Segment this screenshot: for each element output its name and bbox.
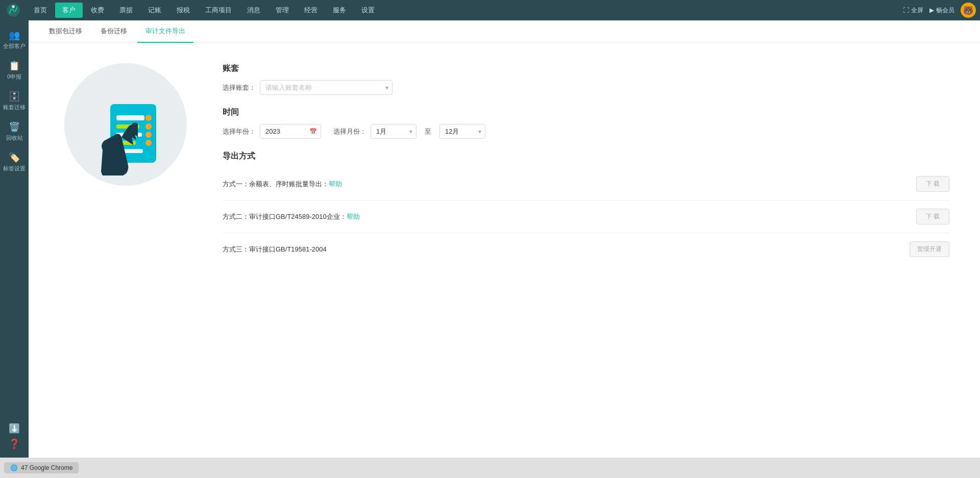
time-form-row: 选择年份： 选择月份： 1月 2月 3月 4月 5月	[223, 124, 949, 139]
sidebar: 👥 全部客户 📋 0申报 🗄️ 账套迁移 🗑️ 回收站 🏷️ 标签设置 ⬇️ ❓	[0, 20, 29, 458]
sidebar-item-all-clients[interactable]: 👥 全部客户	[0, 24, 29, 55]
vip-icon: ▶	[929, 7, 934, 14]
app-logo	[4, 1, 22, 19]
page-content: 账套 选择账套： 请输入账套名称 时间 选择年份：	[29, 43, 980, 458]
nav-client[interactable]: 客户	[55, 3, 83, 18]
avatar[interactable]: 🐻	[961, 3, 976, 18]
export-method-1: 方式一：余额表、序时账批量导出：帮助 下 载	[223, 168, 949, 200]
svg-point-10	[145, 132, 152, 138]
sidebar-item-recycle[interactable]: 🗑️ 回收站	[0, 116, 29, 147]
chrome-icon: 🌐	[10, 464, 18, 471]
fullscreen-button[interactable]: ⛶ 全屏	[903, 6, 923, 15]
time-year-label: 选择年份：	[223, 127, 256, 136]
to-label: 至	[425, 127, 431, 136]
method2-download-button[interactable]: 下 载	[916, 209, 949, 224]
content-area: 数据包迁移 备份迁移 审计文件导出	[29, 20, 980, 458]
tab-data-migration[interactable]: 数据包迁移	[41, 20, 90, 43]
nav-billing[interactable]: 收费	[84, 3, 111, 18]
start-month-select[interactable]: 1月 2月 3月 4月 5月 6月 7月 8月 9月 10月 11月	[371, 124, 416, 139]
method2-prefix: 方式二：审计接口GB/T24589-2010企业：	[223, 213, 347, 220]
fullscreen-icon: ⛶	[903, 7, 909, 14]
svg-point-11	[145, 140, 152, 146]
tab-backup-migration[interactable]: 备份迁移	[92, 20, 135, 43]
sidebar-item-tag-settings-label: 标签设置	[3, 165, 26, 172]
account-select-wrapper: 请输入账套名称	[260, 80, 393, 95]
sidebar-item-migration-label: 账套迁移	[3, 104, 26, 111]
taskbar: 🌐 47 Google Chrome	[0, 458, 980, 478]
nav-operation[interactable]: 经营	[297, 3, 325, 18]
method2-help-link[interactable]: 帮助	[347, 213, 360, 220]
form-area: 账套 选择账套： 请输入账套名称 时间 选择年份：	[223, 63, 949, 265]
account-section: 账套 选择账套： 请输入账套名称	[223, 63, 949, 95]
svg-rect-3	[116, 115, 144, 120]
method1-text: 方式一：余额表、序时账批量导出：帮助	[223, 180, 342, 189]
nav-bookkeeping[interactable]: 记账	[141, 3, 168, 18]
all-clients-icon: 👥	[9, 30, 20, 41]
time-section-title: 时间	[223, 107, 949, 118]
sidebar-item-zero-declare[interactable]: 📋 0申报	[0, 55, 29, 86]
method3-text: 方式三：审计接口GB/T19581-2004	[223, 245, 327, 254]
sidebar-bottom: ⬇️ ❓	[9, 423, 20, 449]
nav-manage[interactable]: 管理	[268, 3, 296, 18]
end-month-select[interactable]: 1月 2月 3月 4月 5月 6月 7月 8月 9月 10月 11月	[439, 124, 485, 139]
nav-service[interactable]: 服务	[326, 3, 353, 18]
sidebar-item-tag-settings[interactable]: 🏷️ 标签设置	[0, 147, 29, 178]
nav-tax[interactable]: 报税	[169, 3, 197, 18]
export-method-3: 方式三：审计接口GB/T19581-2004 暂缓开通	[223, 233, 949, 265]
account-select[interactable]: 请输入账套名称	[260, 80, 393, 95]
method1-download-button[interactable]: 下 载	[916, 176, 949, 192]
nav-home[interactable]: 首页	[27, 3, 54, 18]
nav-settings[interactable]: 设置	[354, 3, 382, 18]
illustration-area	[59, 63, 192, 186]
export-section: 导出方式 方式一：余额表、序时账批量导出：帮助 下 载 方式二：审计接口GB/T…	[223, 151, 949, 265]
vip-button[interactable]: ▶ 畅会员	[929, 6, 954, 15]
sub-tabs: 数据包迁移 备份迁移 审计文件导出	[29, 20, 980, 43]
main-layout: 👥 全部客户 📋 0申报 🗄️ 账套迁移 🗑️ 回收站 🏷️ 标签设置 ⬇️ ❓…	[0, 20, 980, 458]
recycle-icon: 🗑️	[9, 121, 20, 133]
nav-message[interactable]: 消息	[240, 3, 267, 18]
sidebar-item-all-clients-label: 全部客户	[3, 42, 26, 50]
method3-open-button[interactable]: 暂缓开通	[910, 241, 949, 257]
svg-point-8	[145, 115, 152, 121]
method1-help-link[interactable]: 帮助	[329, 180, 342, 188]
migration-icon: 🗄️	[9, 91, 20, 102]
account-label: 选择账套：	[223, 83, 256, 92]
end-month-select-wrapper: 1月 2月 3月 4月 5月 6月 7月 8月 9月 10月 11月	[439, 124, 485, 139]
account-form-row: 选择账套： 请输入账套名称	[223, 80, 949, 95]
start-month-select-wrapper: 1月 2月 3月 4月 5月 6月 7月 8月 9月 10月 11月	[371, 124, 416, 139]
export-section-title: 导出方式	[223, 151, 949, 162]
illustration-circle	[64, 63, 187, 186]
top-navigation: 首页 客户 收费 票据 记账 报税 工商项目 消息 管理 经营 服务 设置 ⛶ …	[0, 0, 980, 20]
method1-prefix: 方式一：余额表、序时账批量导出：	[223, 180, 329, 188]
year-input[interactable]	[260, 124, 321, 139]
method2-text: 方式二：审计接口GB/T24589-2010企业：帮助	[223, 212, 360, 221]
svg-point-9	[145, 123, 152, 130]
taskbar-item-label: 47 Google Chrome	[21, 464, 72, 471]
vip-label: 畅会员	[936, 6, 954, 15]
method3-prefix: 方式三：审计接口GB/T19581-2004	[223, 245, 327, 253]
svg-point-1	[12, 5, 15, 8]
help-bottom-icon[interactable]: ❓	[9, 438, 20, 449]
sidebar-item-zero-declare-label: 0申报	[7, 73, 21, 81]
time-section: 时间 选择年份： 选择月份： 1月 2月 3月 4月	[223, 107, 949, 139]
zero-declare-icon: 📋	[9, 60, 20, 71]
download-icon[interactable]: ⬇️	[9, 423, 20, 434]
fullscreen-label: 全屏	[911, 6, 923, 15]
taskbar-chrome-item[interactable]: 🌐 47 Google Chrome	[4, 462, 79, 473]
time-month-label: 选择月份：	[333, 127, 366, 136]
illustration-svg	[85, 73, 166, 175]
nav-items: 首页 客户 收费 票据 记账 报税 工商项目 消息 管理 经营 服务 设置	[27, 3, 903, 18]
tag-settings-icon: 🏷️	[9, 152, 20, 163]
account-section-title: 账套	[223, 63, 949, 74]
nav-invoice[interactable]: 票据	[112, 3, 140, 18]
sidebar-item-migration[interactable]: 🗄️ 账套迁移	[0, 86, 29, 116]
year-input-wrapper	[260, 124, 321, 139]
sidebar-item-recycle-label: 回收站	[6, 134, 23, 142]
top-nav-right: ⛶ 全屏 ▶ 畅会员 🐻	[903, 3, 976, 18]
tab-audit-export[interactable]: 审计文件导出	[137, 20, 193, 43]
export-method-2: 方式二：审计接口GB/T24589-2010企业：帮助 下 载	[223, 200, 949, 233]
nav-business[interactable]: 工商项目	[198, 3, 239, 18]
